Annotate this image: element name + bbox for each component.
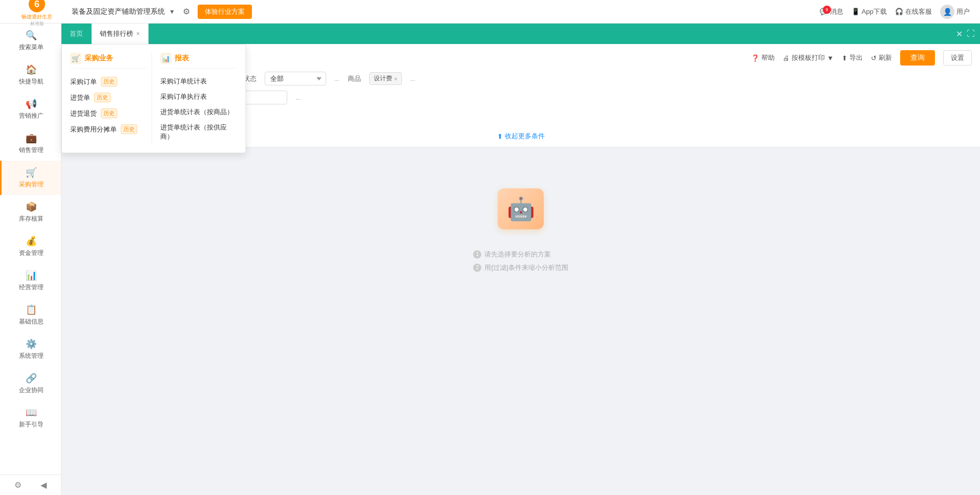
tab-close-btn[interactable]: × — [136, 31, 140, 37]
goods-tag-close[interactable]: × — [394, 76, 397, 82]
online-service-btn[interactable]: 🎧 在线客服 — [895, 7, 932, 16]
purchase-inbound-history-tag: 历史 — [94, 93, 111, 102]
sidebar-settings-btn[interactable]: ⚙ — [14, 480, 22, 490]
collapse-label: 收起更多条件 — [505, 132, 545, 141]
header-settings-btn[interactable]: ⚙ — [179, 5, 194, 19]
sidebar-item-label: 销售管理 — [19, 146, 44, 155]
sidebar-item-enterprise[interactable]: 🔗 企业协同 — [0, 367, 61, 401]
user-btn[interactable]: 👤 用户 — [940, 5, 970, 19]
purchase-expense-history-tag: 历史 — [121, 124, 137, 134]
sidebar-item-label: 资金管理 — [19, 249, 44, 257]
tab-close-icon-btn[interactable]: ✕ — [956, 29, 963, 39]
report-col-title-text: 报表 — [175, 54, 189, 63]
dropdown-item-purchase-order[interactable]: 采购订单 历史 — [70, 74, 147, 90]
hint-num-2: 2 — [473, 264, 481, 272]
app-download-label: App下载 — [862, 7, 887, 16]
export-btn[interactable]: ⬆ 导出 — [842, 53, 863, 62]
sidebar-item-quick-nav[interactable]: 🏠 快捷导航 — [0, 58, 61, 92]
export-icon: ⬆ — [842, 54, 847, 62]
tab-bar-right: ✕ ⛶ — [951, 24, 980, 44]
dropdown-report-title: 📊 报表 — [160, 53, 238, 69]
system-dropdown-btn[interactable]: ▼ — [169, 8, 175, 15]
collapse-btn[interactable]: ⬆ 收起更多条件 — [497, 132, 545, 141]
purchase-icon: 🛒 — [26, 167, 37, 178]
refresh-btn[interactable]: ↺ 刷新 — [871, 53, 892, 62]
tab-home-label: 首页 — [70, 29, 83, 38]
print-icon: 🖨 — [783, 54, 790, 62]
robot-illustration: 🤖 — [498, 188, 544, 229]
dropdown-item-purchase-order-stats[interactable]: 采购订单统计表 — [160, 74, 238, 89]
empty-hint-1: 1 请先选择要分析的方案 — [473, 248, 568, 261]
sidebar-bottom: ⚙ ◀ — [0, 475, 61, 495]
sidebar-item-label: 系统管理 — [19, 352, 44, 360]
online-service-label: 在线客服 — [905, 7, 932, 16]
sidebar-item-sales[interactable]: 💼 销售管理 — [0, 126, 61, 161]
msg-badge: 💬 9 — [820, 8, 828, 15]
purchase-return-label: 进货退货 — [70, 109, 97, 118]
goods-label: 商品 — [348, 74, 361, 83]
dropdown-item-purchase-expense[interactable]: 采购费用分摊单 历史 — [70, 121, 147, 137]
base-info-icon: 📋 — [26, 304, 37, 315]
purchase-expense-label: 采购费用分摊单 — [70, 125, 117, 134]
sidebar-item-label: 新手引导 — [19, 420, 44, 429]
dropdown-purchase-title: 🛒 采购业务 — [70, 53, 147, 69]
app-download-btn[interactable]: 📱 App下载 — [851, 7, 887, 16]
voucher-status-more[interactable]: ... — [334, 75, 339, 82]
goods-tag-value: 设计费 — [374, 74, 392, 83]
search-icon: 🔍 — [26, 30, 37, 41]
empty-hint-2-text: 用[过滤]条件来缩小分析范围 — [484, 261, 568, 274]
sales-icon: 💼 — [26, 133, 37, 144]
sidebar-item-purchase[interactable]: 🛒 采购管理 — [0, 161, 61, 195]
dropdown-item-purchase-order-exec[interactable]: 采购订单执行表 — [160, 89, 238, 104]
sidebar-item-finance[interactable]: 💰 资金管理 — [0, 229, 61, 264]
sidebar-item-marketing[interactable]: 📢 营销推广 — [0, 92, 61, 126]
header-right: 💬 9 消息 📱 App下载 🎧 在线客服 👤 用户 — [820, 5, 970, 19]
help-icon: ❓ — [751, 54, 759, 62]
home-icon: 🏠 — [26, 64, 37, 75]
dropdown-purchase-col: 🛒 采购业务 采购订单 历史 进货单 历史 进货退货 历史 采购费用分摊单 历史 — [70, 53, 147, 144]
purchase-col-icon: 🛒 — [70, 53, 81, 64]
tab-fullscreen-btn[interactable]: ⛶ — [967, 29, 975, 38]
industry-btn[interactable]: 体验行业方案 — [198, 5, 252, 19]
header-mid: 装备及固定资产辅助管理系统 ▼ ⚙ 体验行业方案 — [68, 5, 820, 19]
business-icon: 📊 — [26, 270, 37, 281]
tab-sales-ranking[interactable]: 销售排行榜 × — [92, 24, 148, 44]
dropdown-item-purchase-inbound[interactable]: 进货单 历史 — [70, 90, 147, 105]
dropdown-item-purchase-return[interactable]: 进货退货 历史 — [70, 105, 147, 121]
dropdown-menu: 🛒 采购业务 采购订单 历史 进货单 历史 进货退货 历史 采购费用分摊单 历史… — [61, 44, 246, 153]
sidebar-collapse-btn[interactable]: ◀ — [40, 480, 47, 490]
sidebar-item-label: 搜索菜单 — [19, 43, 44, 52]
settings-btn[interactable]: 设置 — [943, 50, 972, 66]
help-btn[interactable]: ❓ 帮助 — [751, 53, 775, 62]
message-btn[interactable]: 💬 9 消息 — [820, 7, 843, 16]
goods-more[interactable]: ... — [410, 75, 415, 82]
phone-icon: 📱 — [851, 8, 860, 15]
tab-bar: 首页 销售排行榜 × ✕ ⛶ — [61, 24, 980, 44]
sidebar-item-system[interactable]: ⚙️ 系统管理 — [0, 332, 61, 367]
finance-icon: 💰 — [26, 235, 37, 247]
report-col-icon: 📊 — [160, 53, 172, 64]
sidebar-item-base-info[interactable]: 📋 基础信息 — [0, 298, 61, 332]
sidebar-item-label: 基础信息 — [19, 317, 44, 326]
sidebar-item-inventory[interactable]: 📦 库存核算 — [0, 195, 61, 229]
system-title: 装备及固定资产辅助管理系统 — [72, 7, 165, 16]
inventory-icon: 📦 — [26, 201, 37, 212]
sidebar-item-business[interactable]: 📊 经营管理 — [0, 264, 61, 298]
query-btn[interactable]: 查询 — [900, 50, 935, 66]
sidebar-item-search[interactable]: 🔍 搜索菜单 — [0, 24, 61, 58]
purchase-col-title-text: 采购业务 — [84, 54, 113, 63]
sidebar-item-guide[interactable]: 📖 新手引导 — [0, 401, 61, 435]
message-label: 消息 — [830, 7, 843, 16]
hint-num-1: 1 — [473, 250, 481, 259]
salesman-more[interactable]: ... — [295, 94, 301, 101]
print-template-btn[interactable]: 🖨 按模板打印 ▼ — [783, 53, 834, 62]
purchase-inbound-label: 进货单 — [70, 93, 90, 102]
dropdown-item-inbound-stats-supplier[interactable]: 进货单统计表（按供应商） — [160, 120, 238, 144]
refresh-label: 刷新 — [879, 53, 892, 62]
tab-sales-ranking-label: 销售排行榜 — [100, 29, 133, 38]
voucher-status-select[interactable]: 全部 已审核 未审核 — [265, 72, 326, 85]
dropdown-item-inbound-stats-goods[interactable]: 进货单统计表（按商品） — [160, 104, 238, 120]
user-avatar: 👤 — [940, 5, 954, 19]
purchase-order-exec-label: 采购订单执行表 — [160, 92, 207, 101]
export-label: 导出 — [849, 53, 863, 62]
